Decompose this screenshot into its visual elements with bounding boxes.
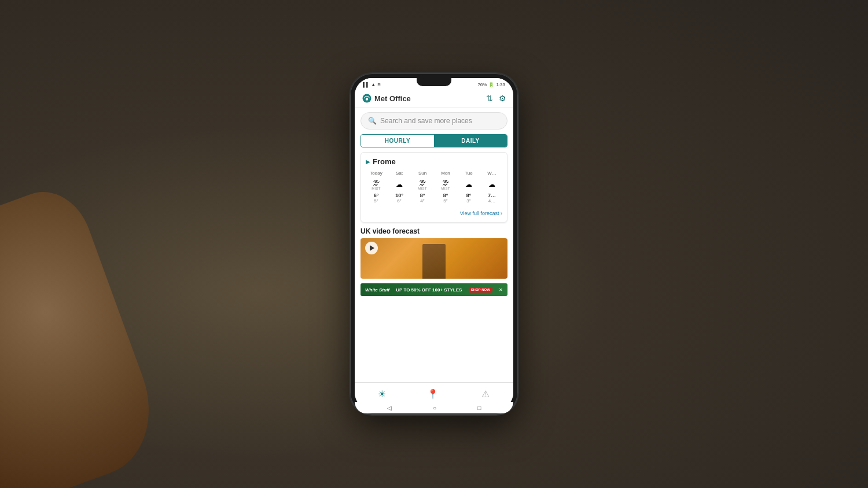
video-presenter	[422, 244, 446, 279]
weather-icon-today: 🌫 MIST	[366, 178, 387, 191]
ad-banner[interactable]: White Stuff UP TO 50% OFF 100+ STYLES SH…	[361, 283, 507, 296]
view-forecast-row: View full forecast ›	[366, 207, 502, 217]
status-left-icons: ▌▌ ▲ R	[363, 82, 381, 87]
forecast-tabs: HOURLY DAILY	[361, 134, 507, 147]
ad-close-button[interactable]: ✕	[499, 287, 503, 293]
phone-notch	[417, 78, 451, 86]
search-icon: 🔍	[368, 117, 377, 125]
svg-point-1	[366, 98, 369, 101]
status-right-icons: 76% 🔋 1:33	[477, 82, 505, 87]
met-office-logo-icon	[362, 93, 372, 103]
forecast-day-tue: Tue ☁ 8° 3°	[458, 171, 479, 204]
forecast-grid: Today 🌫 MIST 6° 5° Sat ☁ 10°	[366, 171, 502, 204]
tab-daily[interactable]: DAILY	[434, 135, 507, 147]
video-section: UK video forecast	[361, 227, 507, 279]
day-label-today: Today	[366, 171, 387, 176]
phone-device: ▌▌ ▲ R 76% 🔋 1:33 Met Office	[350, 73, 518, 415]
location-row: ▶ Frome	[366, 157, 502, 166]
forecast-day-mon: Mon 🌫 MIST 8° 5°	[435, 171, 456, 204]
android-nav-bar: ◁ ○ □	[355, 402, 513, 413]
header-icons: ⇅ ⚙	[486, 94, 506, 103]
sort-icon[interactable]: ⇅	[486, 94, 493, 103]
video-thumbnail[interactable]	[361, 238, 507, 279]
video-section-title: UK video forecast	[361, 227, 507, 235]
settings-icon[interactable]: ⚙	[499, 94, 506, 103]
sim-icon: ▌▌	[363, 82, 369, 87]
maps-nav-icon: 📍	[427, 389, 439, 400]
phone-screen: ▌▌ ▲ R 76% 🔋 1:33 Met Office	[355, 78, 513, 410]
battery-icon: 🔋	[488, 82, 494, 87]
forecast-day-sat: Sat ☁ 10° 6°	[389, 171, 410, 204]
warnings-nav-icon: ⚠	[481, 389, 490, 400]
search-bar[interactable]: 🔍 Search and save more places	[361, 112, 507, 130]
home-button[interactable]: ○	[433, 405, 436, 411]
ad-cta-button[interactable]: SHOP NOW	[469, 287, 492, 293]
ad-text: UP TO 50% OFF 100+ STYLES	[396, 287, 462, 293]
app-title: Met Office	[374, 94, 411, 103]
forecast-day-sun: Sun 🌫 MIST 8° 4°	[412, 171, 433, 204]
back-button[interactable]: ◁	[387, 405, 392, 411]
clock: 1:33	[496, 82, 505, 87]
location-name: Frome	[373, 157, 396, 166]
play-button[interactable]	[365, 242, 378, 254]
recents-button[interactable]: □	[477, 405, 481, 411]
view-full-forecast-link[interactable]: View full forecast ›	[460, 210, 502, 216]
ad-logo: White Stuff	[365, 287, 389, 293]
app-header: Met Office ⇅ ⚙	[355, 90, 513, 108]
network-icon: R	[377, 82, 381, 87]
forecast-day-wed: W… ☁ 7… 4…	[481, 171, 502, 204]
tab-hourly[interactable]: HOURLY	[361, 135, 434, 147]
wifi-icon: ▲	[371, 82, 376, 87]
weather-nav-icon: ☀	[378, 389, 386, 400]
logo-area: Met Office	[362, 93, 411, 103]
location-pin-icon: ▶	[366, 158, 370, 165]
play-icon	[370, 245, 374, 251]
search-placeholder: Search and save more places	[380, 117, 472, 125]
battery-percent: 76%	[477, 82, 487, 87]
forecast-day-today: Today 🌫 MIST 6° 5°	[366, 171, 387, 204]
weather-card: ▶ Frome Today 🌫 MIST 6° 5° Sat	[361, 152, 507, 223]
